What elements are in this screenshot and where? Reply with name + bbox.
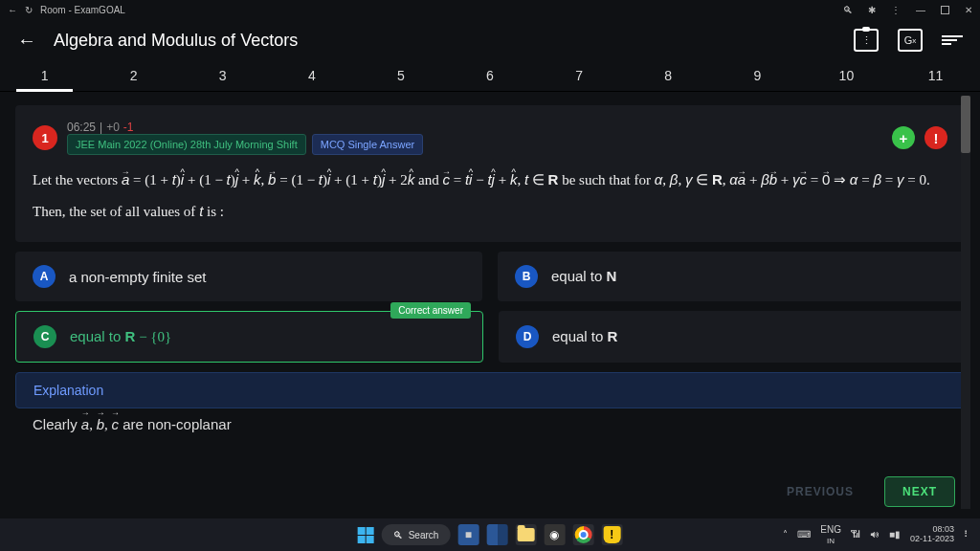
tray-chevron-icon[interactable]: ˄ — [783, 529, 788, 540]
maximize-icon[interactable] — [941, 6, 949, 14]
tab-6[interactable]: 6 — [445, 68, 534, 91]
page-back-icon[interactable]: ← — [17, 30, 36, 52]
question-score-plus: +0 — [106, 121, 120, 134]
question-score-minus: -1 — [123, 121, 134, 134]
notifications-icon[interactable]: ⠇ — [964, 529, 970, 540]
scrollbar-track[interactable] — [961, 96, 970, 509]
option-text: equal to R — [552, 328, 617, 345]
window-title: Room - ExamGOAL — [40, 5, 125, 15]
tray-keyboard-icon[interactable]: ⌨ — [797, 529, 811, 540]
taskbar-app-icon[interactable] — [486, 524, 507, 545]
content-area: 1 06:25 | +0 -1 JEE Main 2022 (Online) 2… — [10, 96, 970, 509]
option-letter: C — [33, 325, 56, 348]
tab-11[interactable]: 11 — [891, 68, 980, 91]
tab-5[interactable]: 5 — [356, 68, 445, 91]
exam-chip: JEE Main 2022 (Online) 28th July Morning… — [67, 134, 306, 155]
volume-icon[interactable]: 🔊︎ — [870, 529, 880, 540]
correct-answer-badge: Correct answer — [390, 302, 471, 319]
close-icon[interactable]: ✕ — [965, 5, 972, 15]
clipboard-icon[interactable]: ⋮ — [854, 29, 879, 52]
start-icon[interactable] — [358, 527, 374, 543]
taskbar-app-icon[interactable]: ■ — [457, 524, 479, 545]
option-text: equal to R − {0} — [70, 328, 171, 345]
wifi-icon[interactable]: 📶︎ — [851, 529, 860, 540]
option-a[interactable]: A a non-empty finite set — [15, 252, 482, 301]
tray-clock[interactable]: 08:0302-11-2023 — [910, 525, 954, 544]
question-timer: 06:25 — [67, 121, 96, 134]
tab-8[interactable]: 8 — [624, 68, 713, 91]
question-type-chip: MCQ Single Answer — [312, 134, 423, 155]
page-title: Algebra and Modulus of Vectors — [54, 31, 298, 51]
page-header: ← Algebra and Modulus of Vectors ⋮ Gx — [0, 19, 980, 61]
option-b[interactable]: B equal to N — [498, 252, 965, 301]
file-explorer-icon[interactable] — [515, 524, 536, 545]
minimize-icon[interactable]: — — [916, 5, 925, 15]
translate-icon[interactable]: Gx — [898, 29, 923, 52]
question-number-badge: 1 — [33, 125, 57, 150]
question-tabs: 1234567891011 — [0, 61, 980, 92]
next-button[interactable]: NEXT — [884, 476, 955, 507]
back-icon[interactable]: ← — [8, 5, 17, 15]
chrome-icon[interactable] — [572, 524, 593, 545]
taskbar-app-icon[interactable]: ◉ — [544, 524, 565, 545]
taskbar-search[interactable]: 🔍︎ Search — [382, 524, 451, 545]
option-text: a non-empty finite set — [69, 269, 206, 285]
tab-7[interactable]: 7 — [535, 68, 624, 91]
option-letter: A — [33, 265, 56, 288]
tab-9[interactable]: 9 — [713, 68, 802, 91]
windows-taskbar: 🔍︎ Search ■ ◉ ! ˄ ⌨ ENGIN 📶︎ 🔊︎ ■▮ 08:03… — [0, 518, 980, 551]
security-icon[interactable]: ! — [601, 524, 622, 545]
option-text: equal to N — [551, 268, 616, 285]
tab-10[interactable]: 10 — [802, 68, 891, 91]
explanation-header[interactable]: Explanation — [15, 372, 965, 408]
zoom-icon[interactable]: 🔍︎ — [843, 5, 853, 15]
option-c[interactable]: Correct answer C equal to R − {0} — [15, 311, 483, 363]
tray-language[interactable]: ENGIN — [820, 524, 841, 546]
extensions-icon[interactable]: ✱ — [868, 5, 876, 15]
option-letter: B — [515, 265, 538, 288]
explanation-text: Clearly a, b, c are non-coplanar — [15, 414, 965, 435]
sort-icon[interactable] — [942, 33, 963, 47]
tab-4[interactable]: 4 — [267, 68, 356, 91]
question-card: 1 06:25 | +0 -1 JEE Main 2022 (Online) 2… — [15, 105, 965, 242]
add-icon[interactable]: + — [892, 126, 915, 149]
tab-3[interactable]: 3 — [178, 68, 267, 91]
tab-1[interactable]: 1 — [0, 68, 89, 91]
previous-button[interactable]: PREVIOUS — [769, 477, 871, 506]
report-icon[interactable]: ! — [924, 126, 947, 149]
tab-2[interactable]: 2 — [89, 68, 178, 91]
option-d[interactable]: D equal to R — [499, 311, 965, 363]
menu-icon[interactable]: ⋮ — [891, 5, 901, 15]
reload-icon[interactable]: ↻ — [25, 5, 33, 15]
option-letter: D — [516, 325, 539, 348]
scrollbar-thumb[interactable] — [961, 96, 970, 153]
battery-icon[interactable]: ■▮ — [889, 529, 901, 540]
question-text: Let the vectors a = (1 + t)i + (1 − t)j … — [33, 165, 947, 227]
browser-title-bar: ← ↻ Room - ExamGOAL 🔍︎ ✱ ⋮ — ✕ — [0, 0, 980, 19]
